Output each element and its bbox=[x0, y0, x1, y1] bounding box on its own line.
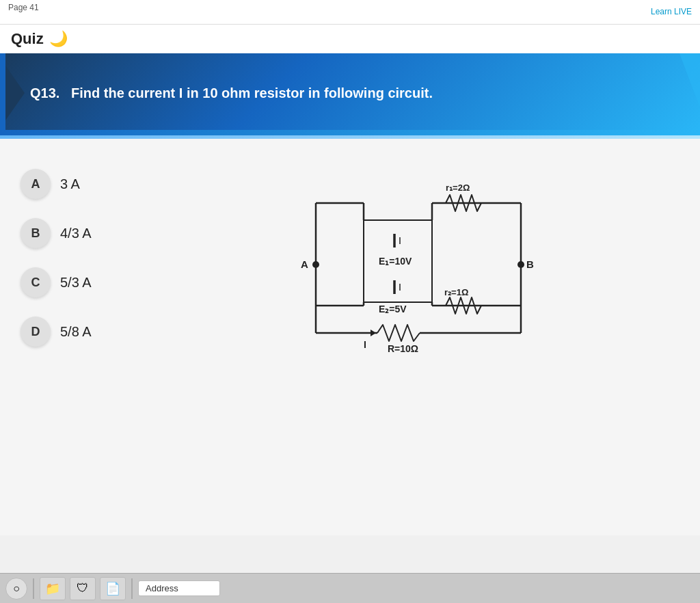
address-label: Address bbox=[146, 583, 178, 593]
svg-text:r₁=2Ω: r₁=2Ω bbox=[446, 183, 470, 193]
question-banner: Q13. Find the current I in 10 ohm resist… bbox=[0, 53, 700, 130]
taskbar-separator bbox=[33, 578, 34, 599]
learn-live-label: Learn LIVE bbox=[651, 7, 692, 16]
quiz-title: Quiz bbox=[11, 30, 44, 48]
svg-text:I: I bbox=[364, 339, 366, 350]
taskbar-pdf-btn[interactable]: 📄 bbox=[100, 577, 126, 600]
question-text: Q13. Find the current I in 10 ohm resist… bbox=[30, 83, 433, 103]
option-value-c: 5/3 A bbox=[60, 275, 92, 291]
option-circle-d[interactable]: D bbox=[21, 317, 51, 347]
option-row-d[interactable]: D 5/8 A bbox=[21, 317, 157, 347]
option-circle-a[interactable]: A bbox=[21, 169, 51, 199]
quiz-icon: 🌙 bbox=[49, 30, 68, 48]
question-number: Q13. bbox=[30, 85, 59, 100]
svg-point-24 bbox=[312, 261, 319, 268]
taskbar-start-circle[interactable]: ○ bbox=[5, 578, 27, 600]
option-row-c[interactable]: C 5/3 A bbox=[21, 267, 157, 297]
page-label: Page 41 bbox=[8, 3, 39, 12]
options-column: A 3 A B 4/3 A C 5/3 A D 5/8 A bbox=[21, 155, 157, 347]
option-row-a[interactable]: A 3 A bbox=[21, 169, 157, 199]
svg-text:R=10Ω: R=10Ω bbox=[388, 343, 418, 354]
taskbar-folder-btn[interactable]: 📁 bbox=[40, 577, 66, 600]
top-bar: Page 41 Learn LIVE bbox=[0, 0, 700, 25]
question-body: Find the current I in 10 ohm resistor in… bbox=[71, 85, 433, 100]
option-circle-b[interactable]: B bbox=[21, 218, 51, 248]
option-row-b[interactable]: B 4/3 A bbox=[21, 218, 157, 248]
svg-text:A: A bbox=[301, 258, 308, 270]
taskbar-shield-btn[interactable]: 🛡 bbox=[70, 577, 96, 600]
option-circle-c[interactable]: C bbox=[21, 267, 51, 297]
main-content: A 3 A B 4/3 A C 5/3 A D 5/8 A bbox=[0, 139, 700, 535]
banner-triangle-right bbox=[679, 53, 700, 108]
option-value-b: 4/3 A bbox=[60, 226, 92, 241]
banner-triangle-left bbox=[5, 66, 25, 120]
taskbar-separator-2 bbox=[131, 578, 133, 599]
wave-separator bbox=[0, 130, 700, 135]
circuit-diagram: E₁=10V E₂=5V r₁=2Ω r₂=1Ω R=10Ω I bbox=[275, 162, 562, 381]
taskbar-address-bar[interactable]: Address bbox=[138, 580, 220, 596]
circuit-area: E₁=10V E₂=5V r₁=2Ω r₂=1Ω R=10Ω I bbox=[157, 155, 679, 381]
taskbar: ○ 📁 🛡 📄 Address bbox=[0, 573, 700, 603]
svg-text:r₂=1Ω: r₂=1Ω bbox=[444, 287, 468, 297]
option-value-d: 5/8 A bbox=[60, 324, 92, 340]
svg-text:B: B bbox=[526, 258, 534, 270]
option-value-a: 3 A bbox=[60, 176, 80, 192]
svg-text:E₁=10V: E₁=10V bbox=[379, 256, 412, 267]
quiz-header: Quiz 🌙 bbox=[0, 25, 700, 53]
svg-text:E₂=5V: E₂=5V bbox=[379, 304, 407, 314]
svg-marker-23 bbox=[371, 330, 376, 336]
svg-point-26 bbox=[517, 261, 524, 268]
